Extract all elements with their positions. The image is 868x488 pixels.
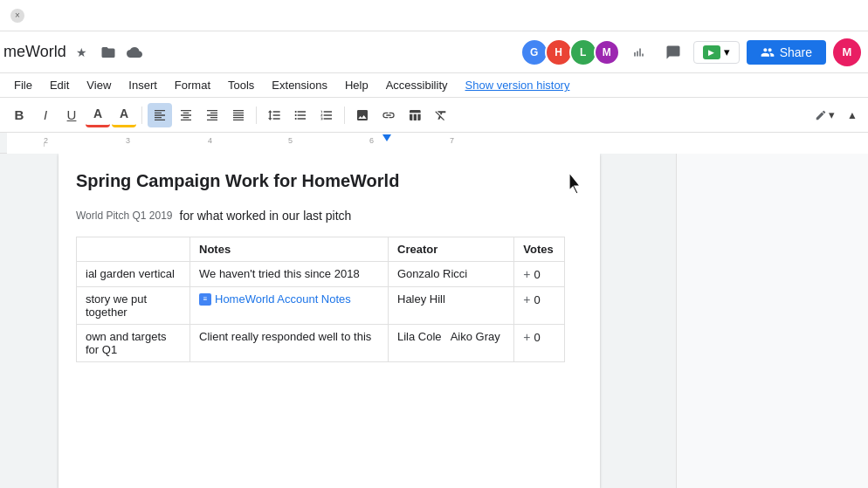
doc-area: Spring Campaign Work for HomeWorld World… xyxy=(0,154,676,488)
meet-icon: ▶ xyxy=(703,45,720,59)
toolbar-divider-3 xyxy=(344,107,345,124)
menu-tools[interactable]: Tools xyxy=(221,77,261,93)
col-notes-header: Notes xyxy=(190,237,389,262)
toolbar-divider-1 xyxy=(141,107,142,124)
header-icons: ★ xyxy=(72,42,145,63)
doc-heading: Spring Campaign Work for HomeWorld xyxy=(76,171,565,191)
subheading-label: World Pitch Q1 2019 xyxy=(76,210,173,222)
ruler-triangle xyxy=(382,134,391,141)
top-bar: × xyxy=(0,0,868,31)
vote-plus-icon[interactable]: + xyxy=(523,292,530,306)
vote-count: 0 xyxy=(534,293,541,306)
col-name-header xyxy=(77,237,190,262)
folder-icon[interactable] xyxy=(98,42,119,63)
table-row: own and targets for Q1 Client really res… xyxy=(77,325,565,362)
table-header-row: Notes Creator Votes xyxy=(77,237,565,262)
menu-insert[interactable]: Insert xyxy=(121,77,164,93)
version-history-link[interactable]: Show version history xyxy=(458,77,577,93)
header-bar: meWorld ★ G H L M ▶ ▾ xyxy=(0,31,868,73)
user-avatar[interactable]: M xyxy=(833,38,861,66)
row2-col0: story we put together xyxy=(77,287,190,325)
pencil-chevron: ▾ xyxy=(829,108,835,121)
link-cell[interactable]: ≡ HomeWorld Account Notes xyxy=(199,292,379,306)
toolbar: B I U A A ▾ ▲ xyxy=(0,98,868,133)
row1-notes: We haven't tried this since 2018 xyxy=(190,262,389,287)
row1-creator: Gonzalo Ricci xyxy=(389,262,514,287)
menu-bar: File Edit View Insert Format Tools Exten… xyxy=(0,73,868,98)
right-panel xyxy=(676,154,868,488)
row1-col0: ial garden vertical xyxy=(77,262,190,287)
row2-notes: ≡ HomeWorld Account Notes xyxy=(190,287,389,325)
close-button[interactable]: × xyxy=(10,9,24,23)
font-color-button[interactable]: A xyxy=(86,103,110,127)
table-row: ial garden vertical We haven't tried thi… xyxy=(77,262,565,287)
highlight-button[interactable]: A xyxy=(112,103,136,127)
bold-button[interactable]: B xyxy=(7,103,31,127)
menu-file[interactable]: File xyxy=(7,77,39,93)
line-spacing-button[interactable] xyxy=(262,103,286,127)
vote-plus-icon[interactable]: + xyxy=(523,267,530,281)
menu-view[interactable]: View xyxy=(79,77,118,93)
main-area: Spring Campaign Work for HomeWorld World… xyxy=(0,154,868,488)
link-button[interactable] xyxy=(376,103,401,127)
menu-edit[interactable]: Edit xyxy=(43,77,76,93)
menu-help[interactable]: Help xyxy=(338,77,375,93)
vote-count: 0 xyxy=(534,268,541,281)
analytics-button[interactable] xyxy=(627,41,653,64)
doc-title: meWorld xyxy=(3,43,66,61)
link-text: HomeWorld Account Notes xyxy=(215,292,351,306)
row3-creator: Lila Cole Aiko Gray xyxy=(389,325,514,362)
align-right-button[interactable] xyxy=(200,103,224,127)
align-center-button[interactable] xyxy=(174,103,198,127)
vote-plus-icon[interactable]: + xyxy=(523,330,530,344)
doc-link-icon: ≡ xyxy=(199,293,211,306)
doc-table: Notes Creator Votes ial garden vertical … xyxy=(76,237,565,362)
menu-extensions[interactable]: Extensions xyxy=(265,77,334,93)
comment-button[interactable] xyxy=(660,41,686,64)
meet-chevron: ▾ xyxy=(724,45,730,58)
row2-creator: Haley Hill xyxy=(389,287,514,325)
col-votes-header: Votes xyxy=(514,237,565,262)
header-right: G H L M ▶ ▾ Share M xyxy=(520,38,861,66)
avatar-me: M xyxy=(594,39,620,65)
doc-page: Spring Campaign Work for HomeWorld World… xyxy=(59,154,600,488)
avatar-3: L xyxy=(569,38,597,66)
collapse-toolbar-button[interactable]: ▲ xyxy=(844,106,861,125)
bullet-list-button[interactable] xyxy=(288,103,313,127)
meet-button[interactable]: ▶ ▾ xyxy=(693,41,740,64)
subheading-text: for what worked in our last pitch xyxy=(180,209,352,223)
avatar-group: G H L M xyxy=(520,38,620,66)
row3-notes: Client really responded well to this xyxy=(190,325,389,362)
avatar-2: H xyxy=(545,38,573,66)
pencil-edit-button[interactable]: ▾ xyxy=(808,105,842,125)
table-row: story we put together ≡ HomeWorld Accoun… xyxy=(77,287,565,325)
row1-votes: + 0 xyxy=(514,262,565,287)
ruler: 2 3 4 5 6 7 xyxy=(0,133,868,154)
italic-button[interactable]: I xyxy=(33,103,58,127)
numbered-list-button[interactable] xyxy=(314,103,339,127)
row2-votes: + 0 xyxy=(514,287,565,325)
cloud-icon[interactable] xyxy=(124,42,145,63)
doc-subheading: World Pitch Q1 2019 for what worked in o… xyxy=(76,209,565,223)
share-button[interactable]: Share xyxy=(747,40,826,65)
row3-col0: own and targets for Q1 xyxy=(77,325,190,362)
star-icon[interactable]: ★ xyxy=(72,42,93,63)
menu-format[interactable]: Format xyxy=(168,77,217,93)
col-creator-header: Creator xyxy=(389,237,514,262)
align-justify-button[interactable] xyxy=(226,103,251,127)
avatar-1: G xyxy=(520,38,548,66)
clear-format-button[interactable] xyxy=(429,103,453,127)
vote-count: 0 xyxy=(534,331,541,344)
underline-button[interactable]: U xyxy=(59,103,84,127)
table-button[interactable] xyxy=(403,103,427,127)
row3-votes: + 0 xyxy=(514,325,565,362)
menu-accessibility[interactable]: Accessibility xyxy=(379,77,455,93)
align-left-button[interactable] xyxy=(148,103,172,127)
toolbar-divider-2 xyxy=(256,107,257,124)
ruler-inner: 2 3 4 5 6 7 xyxy=(7,133,868,154)
image-button[interactable] xyxy=(350,103,375,127)
